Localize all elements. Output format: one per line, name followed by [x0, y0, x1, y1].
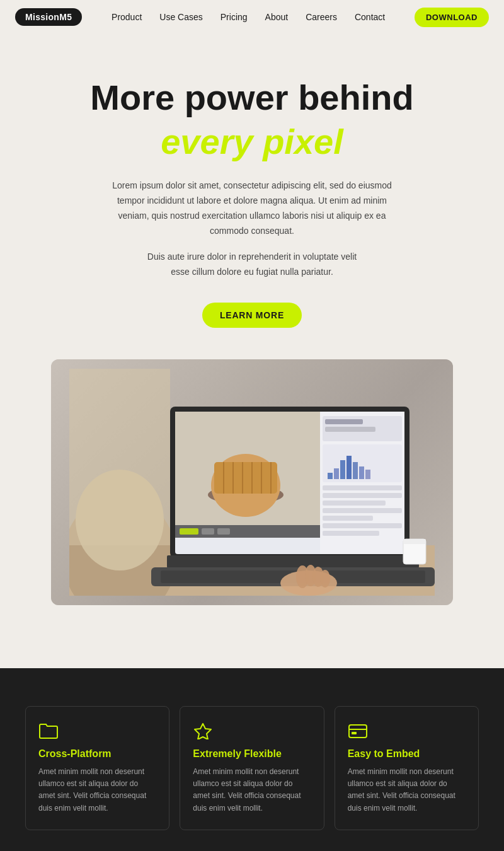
svg-rect-22	[340, 460, 345, 479]
svg-rect-32	[323, 523, 402, 528]
svg-rect-17	[325, 419, 363, 424]
svg-rect-28	[323, 493, 402, 498]
star-icon	[193, 722, 213, 739]
svg-rect-36	[202, 528, 214, 535]
svg-rect-25	[359, 466, 364, 479]
svg-rect-52	[352, 732, 357, 734]
svg-rect-29	[323, 501, 386, 506]
svg-rect-30	[323, 508, 402, 513]
svg-rect-18	[325, 427, 375, 432]
download-button[interactable]: DOWNLOAD	[415, 8, 489, 27]
nav-link-pricing[interactable]: Pricing	[220, 12, 248, 22]
features-grid: Cross-Platform Amet minim mollit non des…	[25, 706, 479, 830]
feature-card-cross-platform: Cross-Platform Amet minim mollit non des…	[25, 706, 169, 830]
nav-link-about[interactable]: About	[265, 12, 289, 22]
nav-logo[interactable]: MissionM5	[15, 8, 82, 26]
feature-desc-embed: Amet minim mollit non deserunt ullamco e…	[348, 766, 466, 814]
svg-point-45	[320, 570, 330, 588]
hero-title-line1: More power behind	[50, 78, 454, 117]
svg-rect-50	[349, 725, 367, 738]
svg-rect-47	[403, 539, 426, 544]
svg-rect-27	[323, 485, 402, 490]
svg-rect-48	[69, 369, 170, 545]
folder-icon	[38, 722, 59, 739]
hero-description-2: Duis aute irure dolor in reprehenderit i…	[139, 250, 365, 280]
svg-rect-20	[328, 473, 333, 479]
hero-image	[51, 359, 453, 605]
svg-rect-37	[217, 528, 230, 535]
feature-card-flexible: Extremely Flexible Amet minim mollit non…	[180, 706, 324, 830]
svg-rect-35	[180, 528, 198, 535]
hero-section: More power behind every pixel Lorem ipsu…	[0, 34, 504, 630]
laptop-illustration	[69, 369, 435, 596]
svg-rect-38	[167, 555, 419, 568]
nav-links: Product Use Cases Pricing About Careers …	[112, 12, 385, 22]
svg-marker-49	[195, 724, 211, 739]
feature-card-embed: Easy to Embed Amet minim mollit non dese…	[335, 706, 479, 830]
features-section: Cross-Platform Amet minim mollit non des…	[0, 668, 504, 851]
hero-title-line2: every pixel	[50, 122, 454, 161]
hero-image-placeholder	[51, 359, 453, 605]
nav-link-contact[interactable]: Contact	[355, 12, 385, 22]
svg-rect-26	[365, 470, 370, 479]
svg-rect-31	[323, 516, 373, 521]
feature-title-flexible: Extremely Flexible	[193, 748, 311, 760]
nav-link-usecases[interactable]: Use Cases	[159, 12, 202, 22]
svg-rect-23	[346, 456, 352, 479]
learn-more-button[interactable]: LEARN MORE	[202, 303, 302, 328]
svg-rect-33	[323, 531, 379, 536]
card-icon	[348, 722, 368, 739]
svg-rect-21	[334, 468, 339, 479]
feature-desc-cross-platform: Amet minim mollit non deserunt ullamco e…	[38, 766, 156, 814]
nav-link-product[interactable]: Product	[112, 12, 142, 22]
nav-link-careers[interactable]: Careers	[306, 12, 337, 22]
feature-desc-flexible: Amet minim mollit non deserunt ullamco e…	[193, 766, 311, 814]
hero-description: Lorem ipsum dolor sit amet, consectetur …	[101, 178, 403, 238]
navbar: MissionM5 Product Use Cases Pricing Abou…	[0, 0, 504, 34]
svg-rect-24	[353, 462, 358, 479]
feature-title-cross-platform: Cross-Platform	[38, 748, 156, 760]
feature-title-embed: Easy to Embed	[348, 748, 466, 760]
